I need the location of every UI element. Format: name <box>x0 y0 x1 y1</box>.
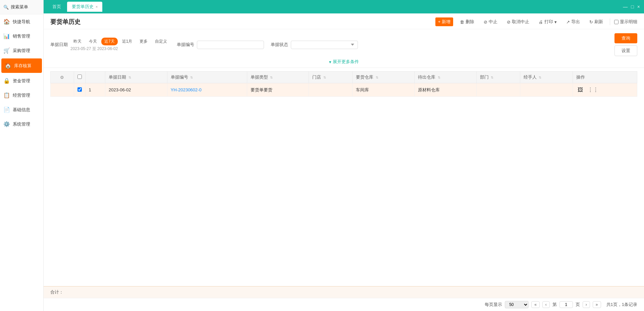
col-handler-label: 经手人 <box>524 75 537 80</box>
sort-icon-pending-warehouse: ⇅ <box>438 76 440 79</box>
doc-number-link[interactable]: YH-20230602-0 <box>171 87 202 92</box>
col-doc-number[interactable]: 单据编号 ⇅ <box>167 72 247 83</box>
per-page-select[interactable]: 50 10 20 100 <box>505 301 529 308</box>
date-filter-label: 单据日期 <box>50 42 68 48</box>
row-detail-btn[interactable]: ⋮⋮ <box>586 86 600 94</box>
sidebar-item-asset-mgmt[interactable]: 🔒 资金管理 <box>0 74 43 88</box>
display-detail-checkbox[interactable] <box>614 20 619 24</box>
display-detail-toggle[interactable]: 显示明细 <box>614 19 637 25</box>
doc-status-select[interactable] <box>291 41 358 49</box>
sidebar: 🔍 搜索菜单 🏠 快捷导航 📊 销售管理 🛒 采购管理 🏠 库存核算 🔒 资金管… <box>0 0 44 311</box>
date-btn-custom[interactable]: 自定义 <box>152 38 170 45</box>
date-btn-yesterday[interactable]: 昨天 <box>70 38 85 45</box>
toolbar-divider <box>610 18 610 25</box>
sidebar-item-inventory-calc[interactable]: 🏠 库存核算 <box>1 58 42 73</box>
table-body: 1 2023-06-02 YH-20230602-0 要货单要货 车间库 原材料… <box>51 83 637 97</box>
filter-row: 单据日期 昨天 今天 近7天 近1月 更多 自定义 2023-05-27 至 2… <box>50 33 637 56</box>
cancel-stop-button[interactable]: ⊘ 取消中止 <box>504 17 532 26</box>
export-button[interactable]: ↗ 导出 <box>564 17 583 26</box>
cell-doc-type: 要货单要货 <box>247 83 309 97</box>
sidebar-search[interactable]: 🔍 搜索菜单 <box>0 0 43 14</box>
delete-button[interactable]: 🗑 删除 <box>457 17 477 26</box>
col-pending-warehouse[interactable]: 待出仓库 ⇅ <box>415 72 477 83</box>
sidebar-item-quick-nav[interactable]: 🏠 快捷导航 <box>0 14 43 29</box>
cell-doc-number[interactable]: YH-20230602-0 <box>167 83 247 97</box>
sort-icon-store: ⇅ <box>323 76 326 79</box>
stop-button-label: 中止 <box>489 19 497 25</box>
query-button[interactable]: 查询 <box>614 33 637 43</box>
sidebar-item-basic-info[interactable]: 📄 基础信息 <box>0 102 43 117</box>
date-btn-today[interactable]: 今天 <box>86 38 100 45</box>
prev-page-btn[interactable]: ‹ <box>542 301 550 308</box>
page-suffix-label: 页 <box>576 302 580 308</box>
date-btn-1month[interactable]: 近1月 <box>119 38 136 45</box>
col-req-warehouse[interactable]: 要货仓库 ⇅ <box>353 72 415 83</box>
home-icon: 🏠 <box>3 18 10 25</box>
doc-number-input[interactable] <box>197 41 264 49</box>
tab-order-history[interactable]: 要货单历史 × <box>67 2 102 12</box>
col-settings[interactable]: ⚙ <box>51 72 74 83</box>
export-icon: ↗ <box>566 19 570 25</box>
stop-icon: ⊘ <box>484 19 487 25</box>
col-doc-date[interactable]: 单据日期 ⇅ <box>105 72 167 83</box>
doc-icon: 📄 <box>3 106 10 113</box>
expand-more-label: 展开更多条件 <box>333 59 359 65</box>
sidebar-item-label: 采购管理 <box>13 48 30 54</box>
doc-status-filter: 单据状态 <box>271 41 358 49</box>
gear-icon: ⚙️ <box>3 121 10 127</box>
topbar: 首页 要货单历史 × — □ × <box>44 0 644 13</box>
expand-more-icon: ▾ <box>329 59 331 64</box>
main-content: 首页 要货单历史 × — □ × 要货单历史 + 新增 🗑 删除 <box>44 0 644 311</box>
row-checkbox[interactable] <box>77 87 82 92</box>
last-page-btn[interactable]: » <box>593 301 601 308</box>
tab-home[interactable]: 首页 <box>48 2 66 12</box>
col-handler[interactable]: 经手人 ⇅ <box>520 72 573 83</box>
sidebar-item-label: 销售管理 <box>13 33 30 39</box>
settings-button[interactable]: 设置 <box>614 45 637 56</box>
table-row: 1 2023-06-02 YH-20230602-0 要货单要货 车间库 原材料… <box>51 83 637 97</box>
sidebar-item-sales-mgmt[interactable]: 📊 销售管理 <box>0 29 43 43</box>
sidebar-item-label: 系统管理 <box>13 121 30 127</box>
date-filter: 单据日期 昨天 今天 近7天 近1月 更多 自定义 2023-05-27 至 2… <box>50 38 170 52</box>
refresh-button[interactable]: ↻ 刷新 <box>587 17 606 26</box>
col-req-warehouse-label: 要货仓库 <box>356 75 373 80</box>
cell-pending-warehouse: 原材料仓库 <box>415 83 477 97</box>
col-department[interactable]: 部门 ⇅ <box>476 72 520 83</box>
page-input[interactable] <box>559 301 573 308</box>
sidebar-item-system-mgmt[interactable]: ⚙️ 系统管理 <box>0 117 43 131</box>
display-detail-label: 显示明细 <box>620 19 637 25</box>
minimize-btn[interactable]: — <box>623 4 628 9</box>
stop-button[interactable]: ⊘ 中止 <box>481 17 500 26</box>
next-page-btn[interactable]: › <box>583 301 590 308</box>
row-edit-btn[interactable]: 🖼 <box>576 86 584 94</box>
first-page-btn[interactable]: « <box>531 301 540 308</box>
pagination: 每页显示 50 10 20 100 « ‹ 第 页 › » 共1页，1条记录 <box>44 298 644 311</box>
col-store[interactable]: 门店 ⇅ <box>309 72 353 83</box>
expand-more-btn[interactable]: ▾ 展开更多条件 <box>50 59 637 65</box>
sidebar-item-operations-mgmt[interactable]: 📋 经营管理 <box>0 88 43 102</box>
date-filter-btns: 昨天 今天 近7天 近1月 更多 自定义 2023-05-27 至 2023-0… <box>70 38 170 52</box>
sidebar-item-label: 库存核算 <box>14 63 32 69</box>
print-dropdown-icon: ▾ <box>554 19 557 25</box>
col-doc-number-label: 单据编号 <box>171 75 188 80</box>
page-header: 要货单历史 + 新增 🗑 删除 ⊘ 中止 ⊘ 取消中止 🖨 <box>44 13 644 29</box>
close-btn[interactable]: × <box>637 4 640 9</box>
tab-order-history-label: 要货单历史 <box>72 4 94 10</box>
filter-action-btns: 查询 设置 <box>614 33 637 56</box>
cell-num: 1 <box>85 83 105 97</box>
tab-close-icon[interactable]: × <box>96 5 98 9</box>
col-doc-type-label: 单据类型 <box>251 75 268 80</box>
col-doc-type[interactable]: 单据类型 ⇅ <box>247 72 309 83</box>
sort-icon-doc-type: ⇅ <box>270 76 273 79</box>
date-btn-more[interactable]: 更多 <box>137 38 151 45</box>
sidebar-item-purchase-mgmt[interactable]: 🛒 采购管理 <box>0 43 43 58</box>
select-all-checkbox[interactable] <box>77 75 82 79</box>
refresh-icon: ↻ <box>589 19 593 25</box>
inventory-icon: 🏠 <box>5 62 11 69</box>
col-checkbox <box>74 72 85 83</box>
maximize-btn[interactable]: □ <box>631 4 634 9</box>
new-button[interactable]: + 新增 <box>435 17 453 26</box>
cell-handler <box>520 83 573 97</box>
date-btn-7days[interactable]: 近7天 <box>101 38 118 45</box>
print-button[interactable]: 🖨 打印 ▾ <box>536 17 559 26</box>
